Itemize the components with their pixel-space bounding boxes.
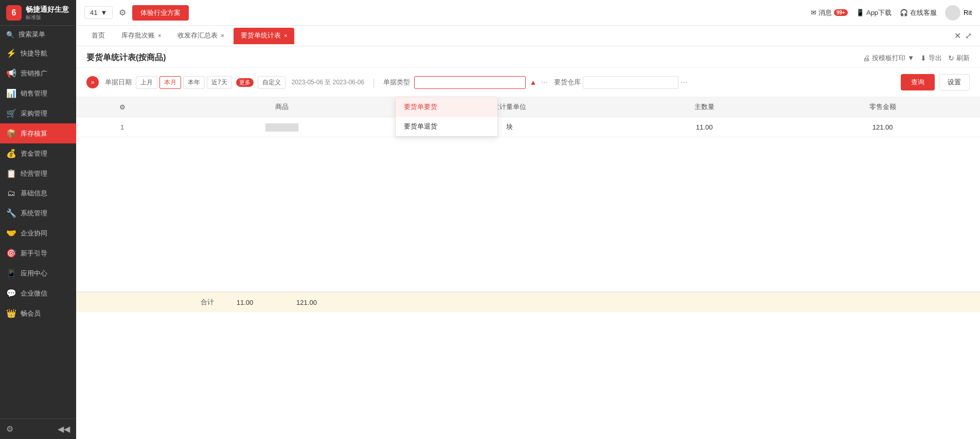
print-label: 按模板打印	[872, 53, 905, 63]
warehouse-more-icon[interactable]: ···	[681, 78, 687, 87]
basic-label: 基础信息	[21, 189, 70, 198]
headset-icon: 🎧	[900, 9, 908, 16]
tab-send-receive[interactable]: 收发存汇总表×	[170, 28, 231, 44]
quick-nav-label: 快捷导航	[21, 49, 70, 58]
sidebar-item-marketing[interactable]: 📢 营销推广	[0, 63, 76, 83]
refresh-label: 刷新	[956, 53, 970, 63]
filter-actions: 查询 设置	[901, 74, 970, 90]
tab-close-send-receive[interactable]: ×	[221, 32, 224, 39]
sidebar-search[interactable]: 🔍 搜索菜单	[0, 26, 76, 43]
col-header-amount: 零售金额	[785, 97, 980, 117]
print-icon: 🖨	[863, 54, 870, 62]
notification-badge: 99+	[834, 9, 848, 16]
date-range-display: 2023-05-06 至 2023-06-06	[292, 78, 364, 87]
trial-button[interactable]: 体验行业方案	[132, 5, 189, 21]
date-filter-label: 单据日期	[105, 78, 132, 87]
sidebar-nav: ⚡ 快捷导航 📢 营销推广 📊 销售管理 🛒 采购管理 📦 库存核算 💰 资金管…	[0, 43, 76, 418]
settings-icon[interactable]: ⚙	[6, 424, 13, 434]
dropdown-item-order-return[interactable]: 要货单退货	[396, 117, 497, 136]
warehouse-filter-input[interactable]	[583, 76, 679, 89]
topbar-right: ✉ 消息 99+ 📱 App下载 🎧 在线客服 Rit	[811, 5, 972, 21]
date-btn-this-month[interactable]: 本月	[159, 76, 181, 89]
page-header-actions: 🖨 按模板打印 ▼ ⬇ 导出 ↻ 刷新	[863, 53, 970, 63]
wechat-label: 企业微信	[21, 289, 70, 298]
date-btn-this-year[interactable]: 本年	[183, 76, 205, 89]
sidebar-item-sales[interactable]: 📊 销售管理	[0, 83, 76, 103]
company-selector[interactable]: 41 ▼	[84, 6, 113, 19]
tabs-actions: ✕ ⤢	[954, 31, 972, 41]
tabs-expand[interactable]: ⤢	[965, 31, 972, 41]
tab-close-order-stats[interactable]: ×	[284, 32, 287, 39]
print-button[interactable]: 🖨 按模板打印 ▼	[863, 53, 914, 63]
sidebar-item-inventory[interactable]: 📦 库存核算	[0, 123, 76, 143]
purchase-label: 采购管理	[21, 109, 70, 118]
date-btn-last7days[interactable]: 近7天	[207, 76, 232, 89]
system-label: 系统管理	[21, 209, 70, 218]
export-button[interactable]: ⬇ 导出	[920, 53, 942, 63]
online-service-button[interactable]: 🎧 在线客服	[900, 8, 937, 17]
tab-home[interactable]: 首页	[84, 28, 112, 44]
sidebar-item-system[interactable]: 🔧 系统管理	[0, 203, 76, 223]
setting-button[interactable]: 设置	[939, 74, 970, 90]
member-icon: 👑	[6, 308, 16, 318]
refresh-button[interactable]: ↻ 刷新	[948, 53, 970, 63]
sidebar-item-finance[interactable]: 💰 资金管理	[0, 143, 76, 163]
app-version: 标准版	[26, 14, 69, 21]
tab-batch-account[interactable]: 库存批次账×	[114, 28, 168, 44]
more-date-badge[interactable]: 更多	[236, 78, 254, 87]
sidebar-item-member[interactable]: 👑 畅会员	[0, 303, 76, 323]
type-more-icon[interactable]: ···	[541, 78, 547, 87]
purchase-icon: 🛒	[6, 108, 16, 118]
tab-close-batch-account[interactable]: ×	[158, 32, 161, 39]
tabs-close-all[interactable]: ✕	[954, 31, 961, 41]
col-header-settings[interactable]: ⚙	[76, 97, 168, 117]
sidebar-item-enterprise[interactable]: 🤝 企业协同	[0, 223, 76, 243]
sidebar-item-operations[interactable]: 📋 经营管理	[0, 163, 76, 184]
sidebar-item-guide[interactable]: 🎯 新手引导	[0, 243, 76, 263]
operations-label: 经营管理	[21, 169, 70, 178]
date-btn-prev-month[interactable]: 上月	[136, 76, 157, 89]
dropdown-item-order-goods[interactable]: 要货单要货	[396, 97, 497, 117]
inventory-label: 库存核算	[21, 129, 70, 138]
user-name: Rit	[964, 9, 972, 16]
enterprise-label: 企业协同	[21, 229, 70, 238]
online-service-label: 在线客服	[910, 8, 937, 17]
basic-icon: 🗂	[6, 189, 16, 198]
guide-label: 新手引导	[21, 249, 70, 258]
warehouse-filter-group: 要货仓库 ···	[554, 76, 687, 89]
col-header-product: 商品	[168, 97, 395, 117]
sidebar-bottom: ⚙ ◀◀	[0, 418, 76, 439]
table-placeholder	[76, 137, 980, 291]
company-selector-text: 41	[90, 9, 97, 16]
user-menu[interactable]: Rit	[945, 5, 972, 21]
phone-icon: 📱	[856, 9, 864, 16]
sidebar-item-wechat[interactable]: 💬 企业微信	[0, 283, 76, 303]
query-button[interactable]: 查询	[901, 74, 935, 90]
cell-index-0: 1	[76, 117, 168, 137]
app-name: 畅捷通好生意	[26, 5, 69, 14]
page-inner: 要货单统计表(按商品) 🖨 按模板打印 ▼ ⬇ 导出 ↻ 刷新	[76, 46, 980, 439]
cell-amount-0: 121.00	[785, 117, 980, 137]
data-table: ⚙商品主计量单位主数量零售金额 1 ███████ 块 11.00 121.00	[76, 97, 980, 137]
summary-quantity: 11.00	[214, 299, 276, 306]
sidebar-item-purchase[interactable]: 🛒 采购管理	[0, 103, 76, 123]
system-icon: 🔧	[6, 208, 16, 218]
date-filter-group: 单据日期 上月本月本年近7天 更多 自定义 2023-05-06 至 2023-…	[105, 76, 364, 89]
app-download-button[interactable]: 📱 App下载	[856, 8, 892, 17]
topbar-gear-icon[interactable]: ⚙	[119, 8, 126, 17]
sidebar-item-basic[interactable]: 🗂 基础信息	[0, 184, 76, 203]
app-logo-icon: 6	[6, 5, 22, 21]
type-filter-arrow[interactable]: ▲	[530, 78, 537, 86]
notification-button[interactable]: ✉ 消息 99+	[811, 8, 848, 17]
sidebar-item-app-center[interactable]: 📱 应用中心	[0, 263, 76, 283]
filter-expand-button[interactable]: »	[86, 76, 99, 88]
custom-date-button[interactable]: 自定义	[258, 76, 286, 89]
sidebar-item-quick-nav[interactable]: ⚡ 快捷导航	[0, 43, 76, 63]
finance-label: 资金管理	[21, 149, 70, 158]
table-row: 1 ███████ 块 11.00 121.00	[76, 117, 980, 137]
collapse-icon[interactable]: ◀◀	[58, 424, 70, 434]
app-download-label: App下载	[866, 8, 892, 17]
tab-order-stats[interactable]: 要货单统计表×	[234, 28, 294, 44]
warehouse-filter-label: 要货仓库	[554, 78, 581, 87]
type-filter-input[interactable]	[414, 76, 526, 89]
